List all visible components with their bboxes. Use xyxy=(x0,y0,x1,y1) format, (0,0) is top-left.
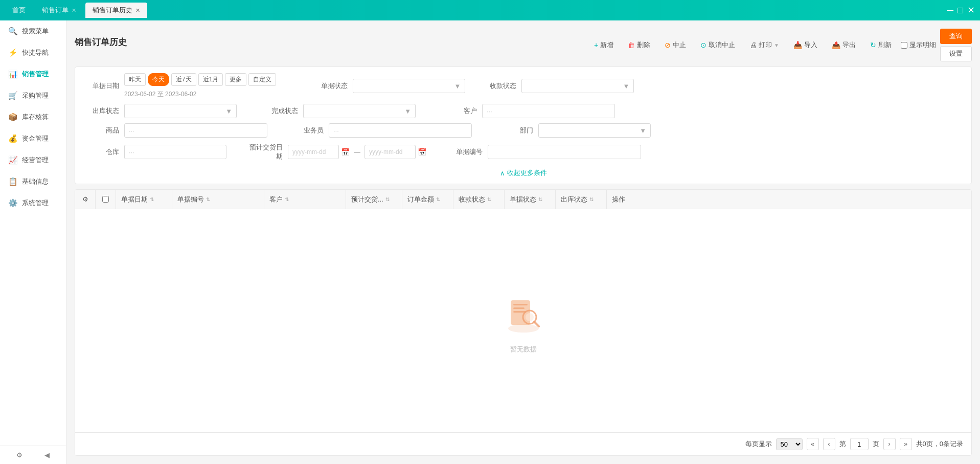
empty-text: 暂无数据 xyxy=(510,345,537,354)
warehouse-status-arrow: ▼ xyxy=(225,107,232,115)
product-value: ··· xyxy=(129,127,134,135)
calendar-to-icon[interactable]: 📅 xyxy=(418,148,426,156)
tab-sales-order[interactable]: 销售订单 ✕ xyxy=(35,3,83,18)
date-btn-7days[interactable]: 近7天 xyxy=(171,73,196,86)
select-all-checkbox[interactable] xyxy=(102,196,109,203)
calendar-from-icon[interactable]: 📅 xyxy=(341,148,350,156)
th-date[interactable]: 单据日期 ⇅ xyxy=(116,190,172,209)
prev-page-btn[interactable]: ‹ xyxy=(823,438,835,450)
refresh-icon: ↻ xyxy=(870,41,876,49)
export-button[interactable]: 📤 导出 xyxy=(827,38,861,52)
customer-label: 客户 xyxy=(441,106,477,116)
page-label-suffix: 页 xyxy=(873,439,879,449)
sales-mgmt-icon: 📊 xyxy=(8,70,18,79)
last-page-btn[interactable]: » xyxy=(900,438,912,450)
collapse-up-icon: ∧ xyxy=(500,169,505,177)
tab-sales-order-history[interactable]: 销售订单历史 ✕ xyxy=(85,3,147,18)
print-button[interactable]: 🖨 打印 ▼ xyxy=(744,38,784,52)
tab-sales-order-history-close[interactable]: ✕ xyxy=(135,7,140,14)
setting-button[interactable]: 设置 xyxy=(940,46,972,61)
receipt-status-label: 收款状态 xyxy=(481,81,516,91)
sidebar-item-sys-mgmt[interactable]: ⚙️ 系统管理 xyxy=(0,192,66,214)
cancel-stop-button[interactable]: ⊙ 取消中止 xyxy=(695,38,740,52)
customer-select[interactable]: ··· xyxy=(482,104,615,118)
tab-home[interactable]: 首页 xyxy=(5,3,33,18)
date-btn-yesterday[interactable]: 昨天 xyxy=(124,73,146,86)
page-input[interactable] xyxy=(850,438,869,450)
warehouse-status-label: 出库状态 xyxy=(83,106,119,116)
th-warehouse-status[interactable]: 出库状态 ⇅ xyxy=(556,190,607,209)
operation-icon: 📈 xyxy=(8,156,18,165)
table-header: ⚙ 单据日期 ⇅ 单据编号 ⇅ 客户 ⇅ 预计交货... xyxy=(75,190,971,209)
th-delivery[interactable]: 预计交货... ⇅ xyxy=(346,190,402,209)
window-maximize[interactable]: □ xyxy=(958,6,963,15)
sidebar-item-finance[interactable]: 💰 资金管理 xyxy=(0,128,66,149)
inventory-icon: 📦 xyxy=(8,113,18,122)
main-layout: 🔍 搜索菜单 ⚡ 快捷导航 📊 销售管理 🛒 采购管理 📦 库存核算 💰 资金管… xyxy=(0,20,980,464)
receipt-status-select[interactable]: ▼ xyxy=(521,79,634,93)
query-button[interactable]: 查询 xyxy=(940,29,972,44)
print-icon: 🖨 xyxy=(749,41,757,49)
sidebar-item-operation[interactable]: 📈 经营管理 xyxy=(0,149,66,171)
window-close[interactable]: ✕ xyxy=(967,6,975,15)
sidebar-settings-icon[interactable]: ⚙ xyxy=(16,451,22,459)
stop-label: 中止 xyxy=(673,40,686,50)
refresh-button[interactable]: ↻ 刷新 xyxy=(865,38,897,52)
date-btn-custom[interactable]: 自定义 xyxy=(248,73,276,86)
toolbar: + 新增 🗑 删除 ⊘ 中止 ⊙ 取消中止 🖨 打印 xyxy=(589,29,972,61)
th-no[interactable]: 单据编号 ⇅ xyxy=(172,190,264,209)
import-button[interactable]: 📥 导入 xyxy=(788,38,823,52)
tab-sales-order-history-label: 销售订单历史 xyxy=(93,6,132,15)
warehouse-status-select[interactable]: ▼ xyxy=(124,104,237,118)
collapse-text: 收起更多条件 xyxy=(507,168,547,178)
delivery-date-label: 预计交货日期 xyxy=(247,143,283,161)
sidebar-item-sys-mgmt-label: 系统管理 xyxy=(22,198,49,208)
tab-sales-order-close[interactable]: ✕ xyxy=(72,7,76,14)
order-status-select[interactable]: ▼ xyxy=(353,79,465,93)
window-minimize[interactable]: ─ xyxy=(947,6,953,15)
complete-status-select[interactable]: ▼ xyxy=(303,104,416,118)
salesperson-select[interactable]: ··· xyxy=(329,123,472,138)
th-receipt[interactable]: 收款状态 ⇅ xyxy=(453,190,505,209)
next-page-btn[interactable]: › xyxy=(883,438,896,450)
stop-button[interactable]: ⊘ 中止 xyxy=(659,38,691,52)
delete-button[interactable]: 🗑 删除 xyxy=(623,38,655,52)
add-button[interactable]: + 新增 xyxy=(589,38,619,52)
th-amount[interactable]: 订单金额 ⇅ xyxy=(402,190,453,209)
sidebar-item-sales-mgmt[interactable]: 📊 销售管理 xyxy=(0,63,66,85)
show-detail-checkbox[interactable] xyxy=(901,42,907,49)
product-select[interactable]: ··· xyxy=(124,123,267,138)
sidebar-collapse-icon[interactable]: ◀ xyxy=(44,451,50,459)
sidebar-item-search-menu[interactable]: 🔍 搜索菜单 xyxy=(0,20,66,42)
th-settings[interactable]: ⚙ xyxy=(75,190,96,209)
first-page-btn[interactable]: « xyxy=(807,438,819,450)
date-btn-1month[interactable]: 近1月 xyxy=(198,73,223,86)
th-customer[interactable]: 客户 ⇅ xyxy=(264,190,346,209)
sidebar: 🔍 搜索菜单 ⚡ 快捷导航 📊 销售管理 🛒 采购管理 📦 库存核算 💰 资金管… xyxy=(0,20,66,464)
delivery-date-from-input[interactable]: yyyy-mm-dd xyxy=(288,145,339,159)
order-no-input[interactable] xyxy=(488,145,641,159)
th-checkbox[interactable] xyxy=(96,190,116,209)
th-delivery-label: 预计交货... xyxy=(351,195,383,204)
date-btn-more[interactable]: 更多 xyxy=(225,73,246,86)
sidebar-item-base-info-label: 基础信息 xyxy=(22,177,49,186)
sidebar-item-quick-nav[interactable]: ⚡ 快捷导航 xyxy=(0,42,66,63)
th-order-status-sort: ⇅ xyxy=(538,196,542,202)
collapse-more[interactable]: ∧ 收起更多条件 xyxy=(83,166,963,178)
filter-area: 单据日期 昨天 今天 近7天 近1月 更多 自定义 2023-06-02 至 2… xyxy=(75,67,972,184)
th-customer-sort: ⇅ xyxy=(285,196,289,202)
page-size-select[interactable]: 50 20 100 xyxy=(776,438,803,450)
sidebar-item-purchase-mgmt[interactable]: 🛒 采购管理 xyxy=(0,85,66,106)
window-controls: ─ □ ✕ xyxy=(947,6,975,15)
sidebar-item-inventory[interactable]: 📦 库存核算 xyxy=(0,106,66,128)
th-date-label: 单据日期 xyxy=(121,195,148,204)
date-btn-today[interactable]: 今天 xyxy=(148,73,169,86)
dept-select[interactable]: ▼ xyxy=(538,123,651,138)
th-order-status[interactable]: 单据状态 ⇅ xyxy=(505,190,556,209)
receipt-status-arrow: ▼ xyxy=(623,82,630,90)
delivery-date-to-input[interactable]: yyyy-mm-dd xyxy=(364,145,416,159)
show-detail-label: 显示明细 xyxy=(909,40,936,50)
sidebar-item-base-info[interactable]: 📋 基础信息 xyxy=(0,171,66,192)
sidebar-item-quick-nav-label: 快捷导航 xyxy=(22,48,49,57)
warehouse-select[interactable]: ··· xyxy=(124,145,226,159)
